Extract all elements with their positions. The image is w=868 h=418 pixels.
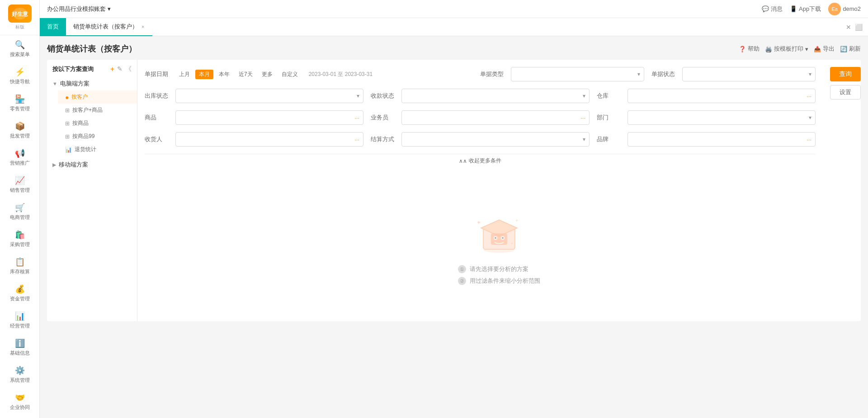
date-tab-last-month[interactable]: 上月 — [175, 70, 193, 79]
search-menu-icon: 🔍 — [15, 40, 25, 50]
sidebar-item-quick-nav[interactable]: ⚡ 快捷导航 — [0, 62, 39, 90]
tree-item-by-customer-goods[interactable]: ⊞ 按客户+商品 — [58, 104, 137, 117]
sidebar-item-label-quick-nav: 快捷导航 — [10, 78, 30, 85]
filter-dept-select[interactable]: ▾ — [627, 110, 816, 125]
tree-item-return-stats-icon: 📊 — [65, 147, 72, 153]
settings-button[interactable]: 设置 — [830, 85, 861, 100]
wholesale-icon: 📦 — [15, 121, 25, 131]
content-layout: 按以下方案查询 + ✎ 《 ▼ 电脑端方案 ● 按客户 — [47, 60, 861, 321]
tree-item-by-goods-99[interactable]: ⊞ 按商品99 — [58, 130, 137, 143]
warehouse-dots-icon[interactable]: ··· — [807, 93, 811, 100]
brand-dots-icon[interactable]: ··· — [807, 136, 811, 143]
app-selector-chevron: ▾ — [108, 5, 111, 12]
receiver-dots-icon[interactable]: ··· — [354, 136, 359, 143]
message-button[interactable]: 💬 消息 — [762, 5, 783, 13]
svg-text:✦: ✦ — [476, 219, 481, 226]
logo-icon: 好生意 — [8, 5, 32, 23]
panel-collapse-button[interactable]: 《 — [125, 65, 132, 73]
filter-doc-status-select[interactable]: ▾ — [682, 67, 816, 81]
help-button[interactable]: ❓ 帮助 — [739, 45, 760, 53]
print-button[interactable]: 🖨️ 按模板打印 ▾ — [765, 45, 808, 53]
sidebar-item-purchase-mgmt[interactable]: 🛍️ 采购管理 — [0, 225, 39, 252]
sidebar-item-basic-info[interactable]: ℹ️ 基础信息 — [0, 334, 39, 361]
svg-point-10 — [495, 237, 496, 239]
svg-rect-7 — [491, 233, 507, 245]
help-icon: ❓ — [739, 46, 746, 52]
message-label: 消息 — [771, 5, 783, 13]
sidebar-item-label-wholesale: 批发管理 — [10, 133, 30, 139]
tab-minimize-icon[interactable]: ✕ — [846, 24, 851, 31]
svg-text:✦: ✦ — [510, 242, 514, 246]
sidebar-item-system-mgmt[interactable]: ⚙️ 系统管理 — [0, 361, 39, 388]
doc-status-chevron-icon: ▾ — [809, 71, 811, 77]
tab-sales-stats-label: 销货单统计表（按客户） — [73, 23, 138, 31]
sidebar-item-label-purchase: 采购管理 — [10, 241, 30, 248]
refresh-button[interactable]: 🔄 刷新 — [840, 45, 861, 53]
user-area[interactable]: Ea demo2 — [828, 3, 861, 15]
filter-collect-status-select[interactable]: ▾ — [401, 89, 590, 103]
tree-item-by-goods[interactable]: ⊞ 按商品 — [58, 117, 137, 130]
tree-item-by-goods-99-label: 按商品99 — [72, 133, 94, 140]
app-download-button[interactable]: 📱 App下载 — [790, 5, 821, 13]
date-tab-last-7-days[interactable]: 近7天 — [235, 70, 256, 79]
query-button[interactable]: 查询 — [830, 67, 861, 81]
sidebar-item-finance-mgmt[interactable]: 💰 资金管理 — [0, 280, 39, 307]
filter-staff-select[interactable]: ··· — [401, 110, 590, 125]
filter-receiver-select[interactable]: ··· — [175, 132, 363, 147]
filter-payment-label: 结算方式 — [371, 135, 398, 143]
avatar: Ea — [828, 3, 841, 15]
tab-close-icon[interactable]: × — [141, 24, 145, 30]
sidebar-item-label-retail: 零售管理 — [10, 105, 30, 112]
filter-warehouse-label: 仓库 — [597, 92, 624, 100]
retail-icon: 🏪 — [15, 94, 25, 104]
sidebar-panel: 按以下方案查询 + ✎ 《 ▼ 电脑端方案 ● 按客户 — [47, 60, 137, 321]
sidebar-item-operation-mgmt[interactable]: 📊 经营管理 — [0, 307, 39, 334]
date-tab-more[interactable]: 更多 — [258, 70, 276, 79]
empty-tips: ① 请先选择要分析的方案 ② 用过滤条件来缩小分析范围 — [458, 265, 540, 285]
panel-edit-button[interactable]: ✎ — [117, 65, 123, 73]
refresh-icon: 🔄 — [840, 46, 847, 52]
sidebar-item-sales-mgmt[interactable]: 📈 销售管理 — [0, 171, 39, 198]
tab-maximize-icon[interactable]: ⬜ — [855, 24, 863, 31]
tree-item-return-stats[interactable]: 📊 退货统计 — [58, 143, 137, 156]
date-tab-this-month[interactable]: 本月 — [195, 70, 213, 79]
filter-out-status-label: 出库状态 — [145, 92, 172, 100]
tab-sales-stats[interactable]: 销货单统计表（按客户） × — [66, 18, 152, 36]
logo-area: 好生意 标版 — [0, 0, 39, 35]
goods-dots-icon[interactable]: ··· — [354, 114, 359, 121]
tab-home[interactable]: 首页 — [40, 18, 66, 36]
filter-doc-type-select[interactable]: ▾ — [511, 67, 644, 81]
sidebar-item-inventory-check[interactable]: 📋 库存核算 — [0, 252, 39, 280]
filter-staff: 业务员 ··· — [371, 110, 590, 125]
staff-dots-icon[interactable]: ··· — [580, 114, 585, 121]
date-tab-custom[interactable]: 自定义 — [278, 70, 302, 79]
filter-receiver-label: 收货人 — [145, 135, 172, 143]
page-content: 销货单统计表（按客户） ❓ 帮助 🖨️ 按模板打印 ▾ 📤 导出 🔄 刷新 — [40, 36, 868, 418]
sidebar-item-retail-mgmt[interactable]: 🏪 零售管理 — [0, 90, 39, 117]
sidebar-item-label-sales: 销售管理 — [10, 187, 30, 194]
sidebar-item-wholesale-mgmt[interactable]: 📦 批发管理 — [0, 117, 39, 144]
sidebar-item-newbie-guide[interactable]: 🎯 新手引导 — [0, 415, 39, 418]
export-button[interactable]: 📤 导出 — [814, 45, 835, 53]
sidebar-item-ecommerce-mgmt[interactable]: 🛒 电商管理 — [0, 198, 39, 225]
filter-out-status-select[interactable]: ▾ — [175, 89, 363, 103]
tree-desktop-expand-icon: ▼ — [52, 81, 57, 86]
app-selector[interactable]: 办公用品行业模拟账套 ▾ — [47, 5, 111, 13]
tree-item-by-customer-goods-icon: ⊞ — [65, 107, 70, 114]
filter-goods-select[interactable]: ··· — [175, 110, 363, 125]
tree-mobile-expand-icon: ▶ — [52, 162, 56, 168]
sidebar-item-marketing[interactable]: 📢 营销推广 — [0, 144, 39, 171]
filter-brand-select[interactable]: ··· — [627, 132, 816, 147]
sidebar-item-search-menu[interactable]: 🔍 搜索菜单 — [0, 35, 39, 62]
filter-warehouse-select[interactable]: ··· — [627, 89, 816, 103]
tree-desktop-label: 电脑端方案 — [60, 80, 90, 88]
panel-add-button[interactable]: + — [110, 65, 114, 73]
filter-payment-select[interactable]: ▾ — [401, 132, 590, 147]
filter-doc-type: 单据类型 ▾ — [480, 67, 644, 81]
date-tab-this-year[interactable]: 本年 — [215, 70, 233, 79]
tree-item-by-customer[interactable]: ● 按客户 — [58, 90, 137, 104]
print-chevron-icon: ▾ — [805, 46, 808, 52]
sidebar-item-enterprise-collab[interactable]: 🤝 企业协同 — [0, 388, 39, 415]
collapse-bar[interactable]: ∧∧ 收起更多条件 — [145, 154, 816, 167]
system-icon: ⚙️ — [15, 366, 25, 375]
